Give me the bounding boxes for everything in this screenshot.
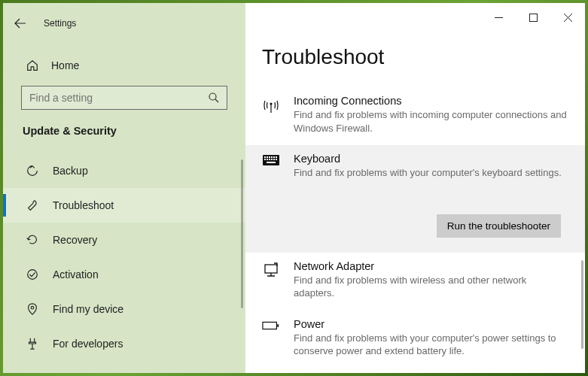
sidebar-item-label: Backup (53, 165, 88, 177)
svg-rect-8 (269, 156, 270, 158)
svg-rect-14 (269, 159, 270, 160)
ts-desc: Find and fix problems with incoming comp… (294, 108, 568, 135)
home-icon (26, 59, 39, 72)
sidebar-item-backup[interactable]: Backup (3, 153, 245, 188)
backup-icon (26, 164, 39, 177)
sidebar-item-recovery[interactable]: Recovery (3, 223, 245, 257)
ts-desc: Find and fix problems with your computer… (294, 166, 568, 180)
keyboard-icon (262, 153, 280, 180)
ts-item-program-compatibility[interactable]: Program Compatibility Troubleshooter (245, 368, 585, 373)
check-circle-icon (26, 268, 39, 281)
close-button[interactable] (550, 6, 585, 29)
antenna-icon (262, 95, 280, 135)
svg-rect-13 (267, 159, 268, 160)
back-arrow-icon (14, 17, 26, 29)
ts-name: Power (294, 318, 568, 330)
search-wrap (21, 86, 227, 110)
svg-rect-20 (263, 322, 276, 329)
svg-rect-3 (529, 14, 537, 21)
ts-item-incoming-connections[interactable]: Incoming Connections Find and fix proble… (245, 87, 585, 145)
battery-icon (262, 318, 280, 358)
settings-window: Settings Home Update & Security Backu (3, 3, 585, 373)
main-scrollbar[interactable] (581, 260, 583, 349)
ts-item-network-adapter[interactable]: Network Adapter Find and fix problems wi… (245, 253, 585, 311)
sidebar-item-label: For developers (53, 338, 123, 350)
svg-rect-19 (265, 265, 277, 273)
ts-name: Keyboard (294, 153, 568, 165)
svg-rect-16 (273, 159, 275, 160)
run-troubleshooter-button[interactable]: Run the troubleshooter (437, 214, 561, 238)
network-adapter-icon (262, 260, 280, 300)
sidebar-item-troubleshoot[interactable]: Troubleshoot (3, 188, 245, 223)
svg-rect-11 (276, 156, 277, 158)
svg-point-1 (28, 270, 38, 280)
titlebar: Settings (3, 11, 245, 36)
svg-rect-17 (276, 159, 277, 160)
sidebar-item-label: Activation (53, 268, 99, 280)
maximize-button[interactable] (516, 6, 550, 29)
sidebar-scrollbar[interactable] (241, 159, 243, 308)
sidebar-item-label: Find my device (53, 303, 123, 315)
svg-rect-9 (271, 156, 273, 158)
section-title: Update & Security (23, 125, 245, 137)
svg-rect-10 (273, 156, 275, 158)
sidebar-item-for-developers[interactable]: For developers (3, 326, 245, 361)
svg-point-2 (31, 306, 34, 309)
search-input[interactable] (21, 86, 227, 110)
main-content: Troubleshoot Incoming Connections Find a… (245, 3, 585, 373)
back-button[interactable] (14, 17, 27, 30)
close-icon (564, 14, 572, 22)
sidebar-item-label: Recovery (53, 234, 97, 246)
ts-desc: Find and fix problems with wireless and … (294, 274, 568, 300)
svg-rect-6 (264, 156, 266, 158)
troubleshooter-list: Incoming Connections Find and fix proble… (245, 87, 585, 373)
app-title: Settings (44, 18, 76, 29)
sidebar: Settings Home Update & Security Backu (3, 3, 245, 373)
ts-name: Incoming Connections (294, 95, 568, 107)
nav-list: Backup Troubleshoot Recovery Activation (3, 153, 245, 361)
sidebar-item-find-my-device[interactable]: Find my device (3, 292, 245, 326)
sidebar-item-activation[interactable]: Activation (3, 257, 245, 292)
ts-desc: Find and fix problems with your computer… (294, 332, 568, 358)
svg-rect-12 (264, 159, 266, 160)
developer-icon (26, 337, 39, 350)
svg-rect-18 (267, 162, 276, 163)
minimize-button[interactable] (481, 6, 516, 29)
ts-item-power[interactable]: Power Find and fix problems with your co… (245, 311, 585, 368)
home-link[interactable]: Home (3, 53, 245, 78)
svg-point-4 (270, 102, 272, 105)
home-label: Home (51, 59, 79, 71)
svg-rect-7 (267, 156, 268, 158)
recovery-icon (26, 233, 39, 247)
minimize-icon (495, 14, 503, 22)
ts-item-keyboard[interactable]: Keyboard Find and fix problems with your… (245, 145, 585, 253)
maximize-icon (529, 14, 538, 22)
ts-name: Network Adapter (294, 260, 568, 272)
svg-rect-21 (277, 324, 279, 327)
wrench-icon (26, 199, 39, 212)
window-controls (481, 6, 585, 29)
svg-rect-15 (271, 159, 273, 160)
location-icon (26, 302, 39, 316)
sidebar-item-label: Troubleshoot (53, 199, 114, 211)
page-title: Troubleshoot (262, 45, 585, 69)
